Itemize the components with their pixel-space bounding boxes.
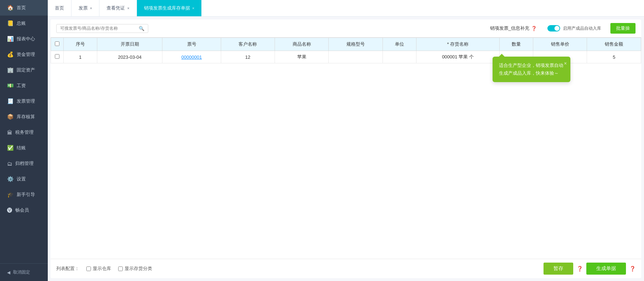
search-box[interactable]: 🔍 <box>56 24 148 33</box>
tab-create-inventory-close[interactable]: × <box>192 6 194 10</box>
tab-create-inventory-label: 销项发票生成库存单据 <box>144 5 190 11</box>
sidebar-label-reports: 报表中心 <box>17 36 35 42</box>
row-product: 苹果 <box>275 51 329 63</box>
sidebar-label-tax: 税务管理 <box>15 129 34 136</box>
header-unit: 单位 <box>383 38 416 51</box>
tab-create-inventory[interactable]: 销项发票生成库存单据 × <box>137 0 202 16</box>
show-warehouse-checkbox[interactable] <box>86 266 91 271</box>
tax-icon: 🏛 <box>7 130 12 136</box>
header-unit-price: 销售单价 <box>533 38 587 51</box>
save-help-icon[interactable]: ❓ <box>577 266 583 271</box>
select-all-checkbox[interactable] <box>55 41 59 46</box>
show-inventory-category-label[interactable]: 显示存货分类 <box>118 265 152 272</box>
toggle-area: 启用产成品自动入库 <box>547 25 601 31</box>
row-unit <box>383 51 416 63</box>
sidebar-item-tax[interactable]: 🏛税务管理 <box>0 125 48 140</box>
sidebar-label-invoice: 发票管理 <box>17 98 35 104</box>
sidebar-item-reports[interactable]: 📊报表中心 <box>0 31 48 47</box>
table-header-row: 序号 开票日期 票号 客户名称 商品名称 规格型号 单位 * 存货名称 数量 销… <box>51 38 641 51</box>
vip-icon: 🅥 <box>7 207 12 213</box>
info-label-area: 销项发票_信息补充 ❓ <box>490 25 537 31</box>
sidebar-item-inventory[interactable]: 📦库存核算 <box>0 109 48 125</box>
tab-invoice-label: 发票 <box>79 5 88 11</box>
tab-invoice-close[interactable]: × <box>90 6 92 10</box>
sidebar-item-invoice[interactable]: 🧾发票管理 <box>0 93 48 109</box>
sidebar: 🏠首页📒总账📊报表中心💰资金管理🏢固定资产💵工资🧾发票管理📦库存核算🏛税务管理✅… <box>0 0 48 281</box>
auto-warehouse-toggle[interactable] <box>547 25 560 31</box>
cancel-fixed-label: 取消固定 <box>13 269 30 275</box>
settings-icon: ⚙️ <box>7 176 14 182</box>
cancel-fixed-button[interactable]: ◀ 取消固定 <box>0 266 48 278</box>
search-input[interactable] <box>60 26 137 31</box>
toolbar: 🔍 销项发票_信息补充 ❓ 启用产成品自动入库 批量操 <box>51 19 641 38</box>
save-button[interactable]: 暂存 <box>544 263 573 275</box>
home-icon: 🏠 <box>7 5 14 11</box>
bottom-buttons: 暂存 ❓ 生成单据 ❓ <box>544 263 636 275</box>
show-inventory-category-checkbox[interactable] <box>118 266 123 271</box>
sidebar-item-settlement[interactable]: ✅结账 <box>0 140 48 156</box>
sidebar-item-payroll[interactable]: 💵工资 <box>0 78 48 93</box>
settlement-icon: ✅ <box>7 145 14 151</box>
header-seq: 序号 <box>64 38 97 51</box>
sidebar-label-settings: 设置 <box>17 176 26 182</box>
row-number[interactable]: 00000001 <box>162 51 221 63</box>
sidebar-label-vip: 畅会员 <box>15 207 29 213</box>
main-area: 首页 发票 × 查看凭证 × 销项发票生成库存单据 × 🔍 销项发票_信息补充 … <box>48 0 644 281</box>
payroll-icon: 💵 <box>7 82 14 89</box>
guide-icon: 🎓 <box>7 191 14 198</box>
row-customer: 12 <box>221 51 275 63</box>
header-product: 商品名称 <box>275 38 329 51</box>
row-checkbox-0[interactable] <box>55 54 59 59</box>
header-inventory: * 存货名称 <box>416 38 499 51</box>
sidebar-item-assets[interactable]: 🏢固定资产 <box>0 62 48 78</box>
show-warehouse-label[interactable]: 显示仓库 <box>86 265 111 272</box>
sidebar-item-vip[interactable]: 🅥畅会员 <box>0 202 48 218</box>
generate-help-icon[interactable]: ❓ <box>629 266 636 271</box>
tab-home-label: 首页 <box>55 5 64 11</box>
sidebar-label-payroll: 工资 <box>17 82 26 89</box>
tooltip-close-button[interactable]: × <box>564 59 567 68</box>
sidebar-label-archive: 归档管理 <box>15 160 34 167</box>
assets-icon: 🏢 <box>7 67 14 73</box>
header-date: 开票日期 <box>97 38 162 51</box>
info-label-text: 销项发票_信息补充 <box>490 25 529 31</box>
funds-icon: 💰 <box>7 51 14 58</box>
bottom-bar: 列表配置： 显示仓库 显示存货分类 暂存 ❓ 生成单据 ❓ <box>51 259 641 278</box>
batch-button[interactable]: 批量操 <box>610 23 636 34</box>
invoice-icon: 🧾 <box>7 98 14 104</box>
header-customer: 客户名称 <box>221 38 275 51</box>
info-help-icon[interactable]: ❓ <box>531 26 537 31</box>
tooltip-text: 适合生产型企业，销项发票自动生成产成品入库，快来体验～ <box>499 63 563 76</box>
sidebar-label-ledger: 总账 <box>17 20 26 27</box>
search-icon: 🔍 <box>139 26 144 31</box>
row-inventory: 000001 苹果 个 <box>416 51 499 63</box>
sidebar-item-guide[interactable]: 🎓新手引导 <box>0 187 48 202</box>
tab-voucher-label: 查看凭证 <box>107 5 125 11</box>
header-amount: 销售金额 <box>587 38 641 51</box>
row-seq: 1 <box>64 51 97 63</box>
row-checkbox-cell <box>51 51 64 63</box>
sidebar-item-archive[interactable]: 🗂归档管理 <box>0 156 48 171</box>
generate-button[interactable]: 生成单据 <box>586 263 626 275</box>
toggle-knob <box>554 26 559 31</box>
tab-bar: 首页 发票 × 查看凭证 × 销项发票生成库存单据 × <box>48 0 644 17</box>
reports-icon: 📊 <box>7 36 14 42</box>
tab-voucher-close[interactable]: × <box>127 6 129 10</box>
tooltip-box: × 适合生产型企业，销项发票自动生成产成品入库，快来体验～ <box>493 57 570 82</box>
cancel-fixed-icon: ◀ <box>7 270 10 275</box>
inventory-icon: 📦 <box>7 114 14 120</box>
row-date: 2023-03-04 <box>97 51 162 63</box>
sidebar-item-home[interactable]: 🏠首页 <box>0 0 48 16</box>
tab-invoice[interactable]: 发票 × <box>71 0 99 16</box>
sidebar-item-ledger[interactable]: 📒总账 <box>0 16 48 31</box>
archive-icon: 🗂 <box>7 161 12 167</box>
sidebar-label-guide: 新手引导 <box>17 191 35 198</box>
row-amount: 5 <box>587 51 641 63</box>
sidebar-item-settings[interactable]: ⚙️设置 <box>0 171 48 187</box>
sidebar-bottom: ◀ 取消固定 <box>0 263 48 281</box>
header-quantity: 数量 <box>500 38 533 51</box>
sidebar-item-funds[interactable]: 💰资金管理 <box>0 47 48 62</box>
tab-home[interactable]: 首页 <box>48 0 71 16</box>
toggle-label: 启用产成品自动入库 <box>563 25 601 31</box>
tab-voucher[interactable]: 查看凭证 × <box>99 0 137 16</box>
